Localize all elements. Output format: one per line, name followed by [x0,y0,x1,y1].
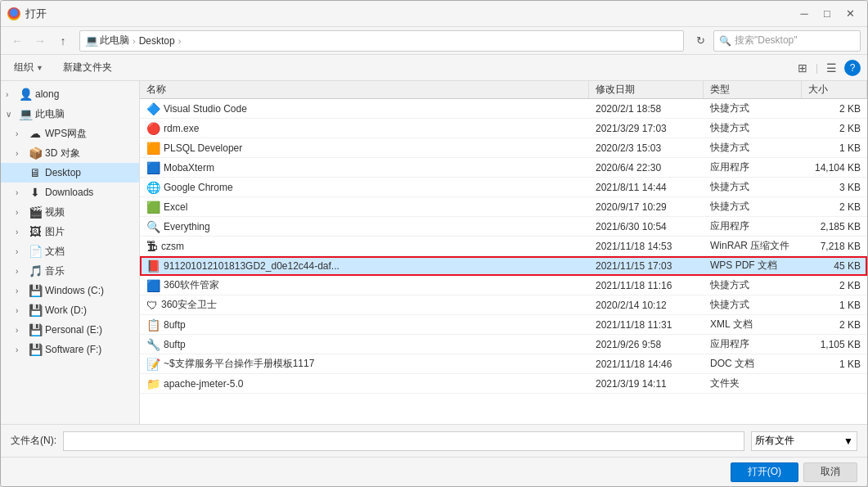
table-row[interactable]: 🔴rdm.exe2021/3/29 17:03快捷方式2 KB [140,119,867,138]
file-type-cell: 应用程序 [704,158,802,177]
sidebar-item-video[interactable]: › 🎬 视频 [1,202,139,222]
table-row[interactable]: 🌐Google Chrome2021/8/11 14:44快捷方式3 KB [140,178,867,197]
pictures-icon: 🖼 [29,225,42,238]
table-row[interactable]: 🟧PLSQL Developer2020/2/3 15:03快捷方式1 KB [140,138,867,158]
view-toggle-button[interactable]: ⊞ [793,58,812,78]
sidebar-item-music[interactable]: › 🎵 音乐 [1,261,139,281]
file-type-cell: XML 文档 [704,315,802,334]
this-pc-icon: 💻 [19,107,32,120]
forward-button[interactable]: → [30,31,50,51]
file-size-cell: 2 KB [802,276,867,295]
file-name: 360软件管家 [164,278,219,292]
table-row[interactable]: 📝~$支撑服务平台操作手册模板11172021/11/18 14:46DOC 文… [140,354,867,374]
file-type-cell: 应用程序 [704,217,802,236]
sidebar-item-downloads[interactable]: › ⬇ Downloads [1,183,139,202]
file-date-cell: 2021/11/18 14:46 [589,354,704,373]
sidebar-item-along[interactable]: › 👤 along [1,84,139,104]
sidebar-item-personal[interactable]: › 💾 Personal (E:) [1,320,139,340]
table-row[interactable]: 🛡360安全卫士2020/2/14 10:12快捷方式1 KB [140,295,867,315]
desktop-icon: 🖥 [29,166,42,179]
file-name: PLSQL Developer [164,142,242,154]
file-name-cell: 📁apache-jmeter-5.0 [140,374,589,393]
table-row[interactable]: 🔧8uftp2021/9/26 9:58应用程序1,105 KB [140,335,867,354]
docs-icon: 📄 [29,245,42,258]
help-button[interactable]: ? [844,60,861,76]
video-icon: 🎬 [29,205,42,219]
file-list-header: 名称 修改日期 类型 大小 [140,81,867,99]
breadcrumb-bar[interactable]: 💻 此电脑 › 名称 Desktop › [79,30,684,52]
view-separator: | [816,62,818,74]
file-name: 8uftp [164,339,186,350]
sidebar-item-windows[interactable]: › 💾 Windows (C:) [1,281,139,300]
sidebar-item-work[interactable]: › 💾 Work (D:) [1,300,139,320]
cancel-button[interactable]: 取消 [803,462,857,482]
table-row[interactable]: 📕911201012101813GD2_d0e12c44-daf...2021/… [140,256,867,276]
downloads-expand-icon: › [16,188,25,197]
filetype-select[interactable]: 所有文件 ▼ [751,431,857,451]
organize-button[interactable]: 组织 ▼ [7,58,50,78]
file-date-cell: 2021/11/18 11:16 [589,276,704,295]
table-row[interactable]: 📋8uftp2021/11/18 11:31XML 文档2 KB [140,315,867,335]
file-name: apache-jmeter-5.0 [164,378,243,390]
sidebar-item-desktop[interactable]: 🖥 Desktop [1,163,139,183]
back-button[interactable]: ← [7,31,27,51]
file-size-cell: 2 KB [802,119,867,138]
file-date-cell: 2021/11/18 14:53 [589,237,704,255]
header-size[interactable]: 大小 [802,81,867,98]
file-size-cell: 2,185 KB [802,217,867,236]
open-button[interactable]: 打开(O) [731,462,798,482]
search-bar[interactable]: 🔍 搜索"Desktop" [713,30,861,52]
file-name: Visual Studio Code [164,103,247,115]
sidebar-item-wps[interactable]: › ☁ WPS网盘 [1,124,139,143]
header-type[interactable]: 类型 [704,81,802,98]
file-name: Google Chrome [164,182,233,193]
file-icon: 🟦 [146,161,160,174]
file-area: 名称 修改日期 类型 大小 🔷Visual Studio Code2020/2/… [140,81,867,424]
filename-input[interactable] [63,431,744,451]
up-button[interactable]: ↑ [53,31,73,51]
sidebar-item-3d[interactable]: › 📦 3D 对象 [1,143,139,163]
refresh-button[interactable]: ↻ [690,31,710,51]
file-icon: 🔷 [146,102,160,115]
file-name: 8uftp [164,319,186,331]
header-date[interactable]: 修改日期 [589,81,704,98]
table-row[interactable]: 🔷Visual Studio Code2020/2/1 18:58快捷方式2 K… [140,99,867,119]
search-icon: 🔍 [719,35,731,47]
file-type-cell: 快捷方式 [704,197,802,216]
sidebar-item-docs[interactable]: › 📄 文档 [1,241,139,261]
view-list-button[interactable]: ☰ [821,58,841,78]
file-type-cell: 快捷方式 [704,295,802,314]
table-row[interactable]: 🟦360软件管家2021/11/18 11:16快捷方式2 KB [140,276,867,295]
file-name-cell: 🔴rdm.exe [140,119,589,138]
file-name-cell: 🔍Everything [140,217,589,236]
file-date-cell: 2020/9/17 10:29 [589,197,704,216]
sidebar-item-software[interactable]: › 💾 Software (F:) [1,340,139,359]
header-name[interactable]: 名称 [140,81,589,98]
table-row[interactable]: 🟦MobaXterm2020/6/4 22:30应用程序14,104 KB [140,158,867,178]
search-placeholder: 搜索"Desktop" [735,34,798,47]
file-type-cell: 快捷方式 [704,99,802,118]
file-date-cell: 2020/2/14 10:12 [589,295,704,314]
new-folder-button[interactable]: 新建文件夹 [56,58,119,78]
downloads-icon: ⬇ [29,186,42,199]
file-name-cell: 📝~$支撑服务平台操作手册模板1117 [140,354,589,373]
filename-label: 文件名(N): [11,434,56,448]
dialog-title: 打开 [25,7,47,21]
file-icon: 🔴 [146,122,160,135]
close-button[interactable]: ✕ [839,6,861,22]
main-content: › 👤 along ∨ 💻 此电脑 › ☁ WPS网盘 › 📦 3D 对象 [1,81,867,424]
sidebar-item-this-pc[interactable]: ∨ 💻 此电脑 [1,104,139,124]
table-row[interactable]: 🟩Excel2020/9/17 10:29快捷方式2 KB [140,197,867,217]
view-controls: ⊞ | ☰ ? [793,58,861,78]
3d-expand-icon: › [16,149,25,158]
file-icon: 🗜 [146,240,158,253]
table-row[interactable]: 🗜czsm2021/11/18 14:53WinRAR 压缩文件7,218 KB [140,237,867,256]
maximize-button[interactable]: □ [816,6,838,22]
table-row[interactable]: 🔍Everything2021/6/30 10:54应用程序2,185 KB [140,217,867,237]
software-expand-icon: › [16,345,25,354]
minimize-button[interactable]: ─ [794,6,815,22]
sidebar-item-pictures[interactable]: › 🖼 图片 [1,222,139,241]
nav-bar: ← → ↑ 💻 此电脑 › 名称 Desktop › ↻ 🔍 搜索"Deskto… [1,27,867,55]
file-icon: 🔍 [146,220,160,233]
table-row[interactable]: 📁apache-jmeter-5.02021/3/19 14:11文件夹 [140,374,867,394]
